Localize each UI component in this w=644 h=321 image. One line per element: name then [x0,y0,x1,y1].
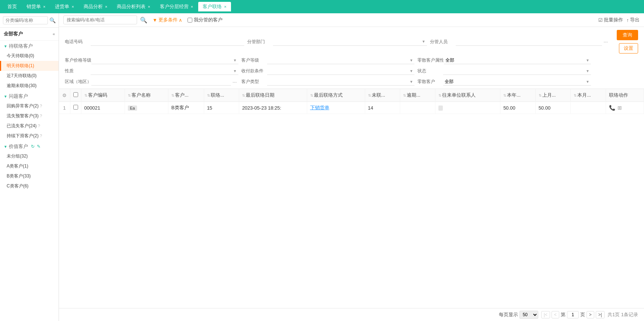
th-checkbox [70,89,81,102]
nav-customer-segmentation[interactable]: 客户分层经营 × [155,2,197,11]
dept-select[interactable] [273,38,427,45]
search-button[interactable]: 🔍 [140,17,147,24]
nature-select-wrap: ▼ [91,67,238,75]
manager-input[interactable] [456,38,602,46]
th-contact-count[interactable]: ⇅联络... [204,89,239,102]
th-overdue[interactable]: ⇅逾期... [400,89,435,102]
more-conditions-button[interactable]: ▼ 更多条件 ∧ [150,15,185,24]
sidebar-item-churned[interactable]: 已流失客户(24) ? [0,121,59,131]
sidebar-collapse-icon[interactable]: « [53,32,55,36]
th-this-year[interactable]: ⇅本年... [500,89,536,102]
customer-type-select[interactable] [267,78,415,85]
group2-arrow-icon: ▼ [4,94,7,99]
th-this-month[interactable]: ⇅本月... [571,89,606,102]
sort-method-icon: ⇅ [310,93,313,97]
nav-sales-order[interactable]: 销货单 × [22,2,50,11]
batch-action-button[interactable]: ☑ 批量操作 [598,17,623,23]
search-input[interactable] [63,15,137,24]
close-product-analysis-icon[interactable]: × [105,4,107,9]
select-all-checkbox[interactable] [73,92,78,97]
sidebar-item-churn-warning[interactable]: 流失预警客户(3) ? [0,111,59,121]
retail-attr-select[interactable]: 全部 [444,56,591,64]
sort-overdue-icon: ⇅ [403,93,406,97]
filter-phone: 电话号码 [65,38,244,46]
close-customer-segmentation-icon[interactable]: × [191,4,193,9]
sort-type-icon: ⇅ [171,93,174,97]
th-customer-type[interactable]: ⇅客户... [168,89,204,102]
retail-customer-select[interactable]: 全部 [443,78,591,85]
sidebar-item-today-contact[interactable]: 今天待联络(0) [0,51,59,61]
sidebar-item-overdue-contact[interactable]: 逾期未联络(30) [0,81,59,91]
filter-customer-level: 客户等级 ▼ [241,56,415,64]
nature-select[interactable] [91,67,238,75]
sidebar-all-customers[interactable]: 全部客户 « [0,28,59,41]
phone-action-icon[interactable]: 📞 [609,105,615,111]
customer-level-select-wrap: ▼ [267,56,415,64]
nav-product-analysis-list[interactable]: 商品分析列表 × [112,2,154,11]
group3-arrow-icon: ▼ [4,145,7,149]
next-page-button[interactable]: > [587,311,594,318]
th-contact-person[interactable]: ⇅往来单位联系人 [435,89,500,102]
payment-terms-select[interactable] [267,67,415,75]
sidebar-item-repurchase-anomaly[interactable]: 回购异常客户(2) ? [0,101,59,111]
table-header-row: ⚙ ⇅客户编码 ⇅客户名称 ⇅客户... ⇅联络... ⇅最后联络日期 ⇅最后联… [59,89,644,102]
nav-product-analysis[interactable]: 商品分析 × [79,2,112,11]
filter-dept: 分管部门 ▼ [247,38,427,46]
phone-input[interactable] [91,38,244,46]
close-customer-contact-icon[interactable]: × [224,4,226,9]
last-contact-method-link[interactable]: 下销货单 [310,105,329,110]
sidebar-item-class-a[interactable]: A类客户(1) [0,161,59,171]
first-page-button[interactable]: |< [541,311,550,318]
region-dots-icon[interactable]: ··· [231,79,238,85]
region-input[interactable] [91,78,231,86]
row-checkbox[interactable] [73,105,78,110]
query-button[interactable]: 查询 [617,30,638,40]
export-button[interactable]: ↑ 导出 [627,17,640,23]
checkbox-icon: ☑ [598,17,603,23]
edit-value-icon[interactable]: ✎ [37,144,41,149]
nav-customer-contact[interactable]: 客户联络 × [198,2,231,11]
settings-button[interactable]: 设置 [619,43,638,54]
filter-bar: 🔍 ▼ 更多条件 ∧ 我分管的客户 ☑ 批量操作 ↑ 导出 [59,13,644,27]
my-customers-checkbox-label[interactable]: 我分管的客户 [188,17,223,23]
last-page-button[interactable]: >| [596,311,605,318]
my-customers-checkbox[interactable] [188,18,192,23]
page-number-input[interactable] [567,311,579,318]
prev-page-button[interactable]: < [552,311,559,318]
sidebar-search-icon[interactable]: 🔍 [49,17,56,23]
nav-home[interactable]: 首页 [3,2,21,11]
sidebar-item-class-b[interactable]: B类客户(33) [0,171,59,181]
th-uncontact[interactable]: ⇅未联... [365,89,400,102]
sidebar-item-class-c[interactable]: C类客户(6) [0,181,59,191]
price-level-select[interactable] [91,56,238,64]
sidebar-item-tomorrow-contact[interactable]: 明天待联络(1) [0,61,59,71]
refresh-icon[interactable]: ↻ [31,144,35,149]
grid-action-icon[interactable]: ⊞ [617,105,622,111]
th-customer-name[interactable]: ⇅客户名称 [125,89,168,102]
sort-lastmonth-icon: ⇅ [539,93,542,97]
status-select[interactable] [443,67,591,75]
td-last-contact-method[interactable]: 下销货单 [307,102,365,114]
td-actions: 📞 ⊞ [606,102,644,114]
customer-level-select[interactable] [267,56,415,64]
right-actions: ☑ 批量操作 ↑ 导出 [598,17,640,23]
table-gear-icon[interactable]: ⚙ [62,93,67,98]
td-contact-count: 15 [204,102,239,114]
sidebar-search-input[interactable] [3,16,48,24]
sidebar-item-declining[interactable]: 持续下滑客户(2) ? [0,131,59,141]
close-purchase-order-icon[interactable]: × [71,4,74,9]
close-product-analysis-list-icon[interactable]: × [148,4,150,9]
sidebar-item-7day-contact[interactable]: 近7天待联络(0) [0,71,59,81]
manager-dots-icon[interactable]: ··· [602,39,609,45]
th-last-contact-date[interactable]: ⇅最后联络日期 [239,89,307,102]
filter-customer-type: 客户类型 ▼ [241,78,415,86]
nav-purchase-order[interactable]: 进货单 × [50,2,78,11]
page-size-select[interactable]: 10 20 50 100 [519,311,538,319]
filter-nature: 性质 ▼ [65,67,238,75]
th-last-contact-method[interactable]: ⇅最后联络方式 [307,89,365,102]
advanced-filter-panel: 电话号码 分管部门 ▼ 分管人员 ··· 查询 设置 [59,27,644,89]
th-last-month[interactable]: ⇅上月... [535,89,571,102]
close-sales-order-icon[interactable]: × [43,4,45,9]
th-customer-code[interactable]: ⇅客户编码 [81,89,125,102]
sidebar-item-ungrouped[interactable]: 未分组(32) [0,151,59,161]
